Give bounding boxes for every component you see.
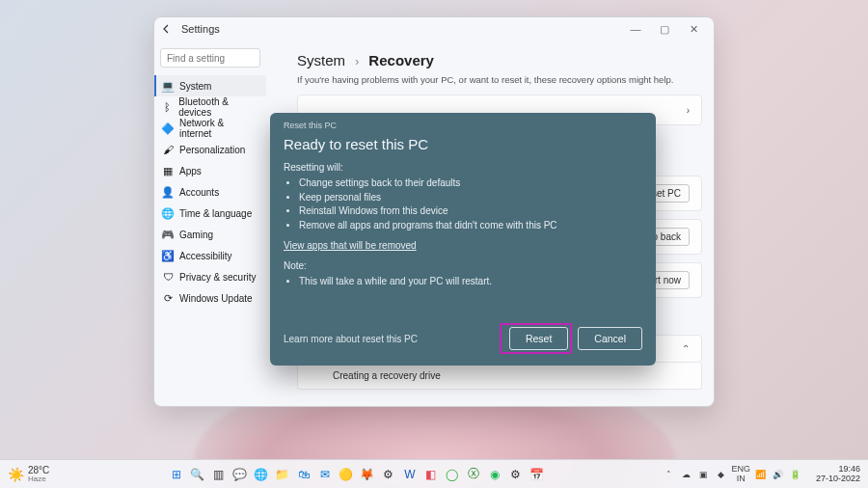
breadcrumb: System › Recovery bbox=[297, 52, 702, 68]
accessibility-icon: ♿ bbox=[162, 250, 174, 261]
chevron-up-icon[interactable]: ˄ bbox=[662, 468, 675, 481]
reset-bullet-list: Change settings back to their defaults K… bbox=[284, 176, 642, 232]
sidebar-item-accessibility[interactable]: ♿Accessibility bbox=[154, 245, 266, 266]
learn-more-link[interactable]: Learn more about reset this PC bbox=[284, 334, 418, 344]
maximize-button[interactable]: ▢ bbox=[650, 23, 679, 36]
chevron-right-icon[interactable]: › bbox=[687, 105, 690, 116]
start-button[interactable]: ⊞ bbox=[168, 466, 185, 483]
system-tray: ˄ ☁ ▣ ◆ ENG IN 📶 🔊 🔋 bbox=[656, 465, 808, 483]
sidebar-item-apps[interactable]: ▦Apps bbox=[154, 160, 266, 181]
note-bullet: This will take a while and your PC will … bbox=[299, 275, 642, 289]
mail-icon[interactable]: ✉ bbox=[316, 466, 334, 483]
sidebar-item-network[interactable]: 🔷Network & internet bbox=[154, 118, 266, 139]
calendar-icon[interactable]: 📅 bbox=[529, 466, 546, 483]
network-icon: 🔷 bbox=[162, 122, 174, 134]
accounts-icon: 👤 bbox=[162, 186, 174, 198]
taskbar-center: ⊞ 🔍 ▥ 💬 🌐 📁 🛍 ✉ 🟡 🦊 ⚙ W ◧ ◯ ⓧ ◉ ⚙ 📅 bbox=[57, 466, 656, 483]
search-icon[interactable]: 🔍 bbox=[189, 466, 206, 483]
recovery-help-text: If you're having problems with your PC, … bbox=[297, 74, 702, 85]
wifi-icon[interactable]: 📶 bbox=[754, 468, 768, 481]
weather-widget[interactable]: ☀️ 28°C Haze bbox=[0, 466, 57, 483]
system-icon: 💻 bbox=[162, 80, 174, 92]
note-label: Note: bbox=[284, 260, 642, 271]
reset-bullet: Remove all apps and programs that didn't… bbox=[299, 219, 642, 233]
minimize-button[interactable]: — bbox=[621, 23, 650, 35]
sidebar-item-bluetooth[interactable]: ᛒBluetooth & devices bbox=[154, 96, 266, 118]
spotify-icon[interactable]: ◉ bbox=[486, 466, 503, 483]
sidebar-item-privacy[interactable]: 🛡Privacy & security bbox=[154, 266, 266, 287]
reset-button-highlight: Reset bbox=[500, 323, 572, 354]
explorer-icon[interactable]: 📁 bbox=[274, 466, 291, 483]
privacy-icon: 🛡 bbox=[162, 271, 174, 283]
xbox-icon[interactable]: ⓧ bbox=[465, 466, 482, 483]
sidebar: Find a setting 💻System ᛒBluetooth & devi… bbox=[154, 41, 266, 406]
cancel-button[interactable]: Cancel bbox=[578, 327, 642, 350]
dialog-heading: Ready to reset this PC bbox=[284, 136, 642, 152]
apps-icon: ▦ bbox=[162, 165, 174, 176]
sidebar-item-accounts[interactable]: 👤Accounts bbox=[154, 181, 266, 203]
volume-icon[interactable]: 🔊 bbox=[772, 468, 785, 481]
battery-icon[interactable]: 🔋 bbox=[789, 468, 802, 481]
chat-icon[interactable]: 💬 bbox=[231, 466, 249, 483]
sidebar-item-windows-update[interactable]: ⟳Windows Update bbox=[154, 287, 266, 309]
store-icon[interactable]: 🛍 bbox=[295, 466, 312, 483]
onedrive-icon[interactable]: ☁ bbox=[679, 468, 692, 481]
taskbar: ☀️ 28°C Haze ⊞ 🔍 ▥ 💬 🌐 📁 🛍 ✉ 🟡 🦊 ⚙ W ◧ ◯… bbox=[0, 459, 868, 488]
dialog-titlebar: Reset this PC bbox=[284, 121, 642, 130]
sidebar-item-personalization[interactable]: 🖌Personalization bbox=[154, 139, 266, 160]
time-language-icon: 🌐 bbox=[162, 207, 174, 219]
tray-app-icon[interactable]: ▣ bbox=[696, 468, 710, 481]
reset-bullet: Keep personal files bbox=[299, 191, 642, 205]
reset-bullet: Reinstall Windows from this device bbox=[299, 204, 642, 219]
edge-icon[interactable]: 🌐 bbox=[253, 466, 270, 483]
task-view-icon[interactable]: ▥ bbox=[210, 466, 228, 483]
reset-bullet: Change settings back to their defaults bbox=[299, 176, 642, 191]
utorrent-icon[interactable]: ◯ bbox=[444, 466, 461, 483]
search-placeholder: Find a setting bbox=[167, 53, 225, 64]
note-bullet-list: This will take a while and your PC will … bbox=[284, 275, 642, 289]
search-input[interactable]: Find a setting bbox=[160, 48, 260, 68]
sidebar-item-time-language[interactable]: 🌐Time & language bbox=[154, 203, 266, 224]
weather-temp: 28°C bbox=[28, 466, 49, 475]
windows-update-icon: ⟳ bbox=[162, 292, 174, 304]
breadcrumb-current: Recovery bbox=[368, 52, 434, 68]
date-text: 27-10-2022 bbox=[816, 474, 860, 483]
breadcrumb-root[interactable]: System bbox=[297, 52, 345, 68]
language-indicator[interactable]: ENG IN bbox=[731, 465, 750, 483]
card-recovery-drive[interactable]: Creating a recovery drive bbox=[297, 363, 702, 390]
bluetooth-icon: ᛒ bbox=[162, 101, 173, 113]
sidebar-item-system[interactable]: 💻System bbox=[154, 75, 266, 96]
reset-pc-dialog: Reset this PC Ready to reset this PC Res… bbox=[270, 113, 656, 366]
window-title: Settings bbox=[181, 23, 220, 35]
view-apps-link[interactable]: View apps that will be removed bbox=[284, 240, 642, 251]
titlebar: Settings — ▢ ✕ bbox=[154, 17, 714, 41]
chevron-up-icon: ⌃ bbox=[682, 343, 690, 354]
clock[interactable]: 19:46 27-10-2022 bbox=[808, 465, 868, 483]
close-button[interactable]: ✕ bbox=[679, 23, 708, 36]
resetting-will-label: Resetting will: bbox=[284, 162, 642, 173]
firefox-icon[interactable]: 🦊 bbox=[359, 466, 376, 483]
tray-app-icon[interactable]: ◆ bbox=[714, 468, 727, 481]
chevron-right-icon: › bbox=[355, 55, 359, 68]
weather-desc: Haze bbox=[28, 475, 49, 483]
chrome-icon[interactable]: 🟡 bbox=[338, 466, 355, 483]
gaming-icon: 🎮 bbox=[162, 229, 174, 240]
sidebar-item-gaming[interactable]: 🎮Gaming bbox=[154, 224, 266, 245]
sun-icon: ☀️ bbox=[8, 467, 24, 482]
back-button[interactable] bbox=[160, 22, 174, 36]
personalization-icon: 🖌 bbox=[162, 144, 174, 155]
reset-button[interactable]: Reset bbox=[509, 327, 568, 350]
app-icon[interactable]: ◧ bbox=[422, 466, 440, 483]
word-icon[interactable]: W bbox=[401, 466, 419, 483]
gear-icon[interactable]: ⚙ bbox=[507, 466, 525, 483]
recovery-drive-label: Creating a recovery drive bbox=[333, 370, 441, 381]
settings-icon[interactable]: ⚙ bbox=[380, 466, 397, 483]
